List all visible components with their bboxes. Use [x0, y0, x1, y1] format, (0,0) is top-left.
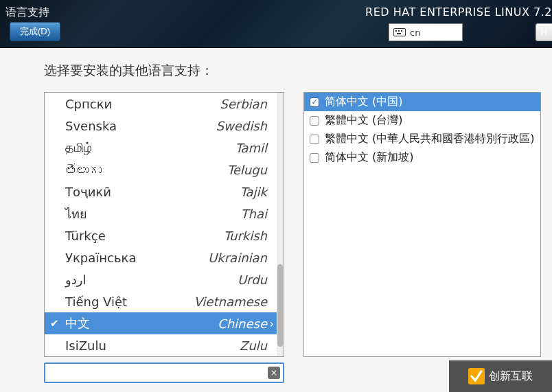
keyboard-indicator[interactable]: cn — [389, 23, 463, 41]
language-english-label: Tamil — [235, 141, 267, 155]
locale-checkbox[interactable] — [310, 135, 319, 144]
language-native-label: Tiếng Việt — [65, 295, 194, 309]
language-row[interactable]: తెలుగుTelugu — [45, 159, 277, 181]
language-english-label: Turkish — [224, 229, 267, 243]
language-row[interactable]: IsiZuluZulu — [45, 334, 277, 356]
language-row[interactable]: தமிழ்Tamil — [45, 137, 277, 159]
language-native-label: IsiZulu — [65, 338, 240, 353]
check-icon: ✔ — [50, 317, 59, 330]
language-native-label: 中文 — [65, 315, 218, 332]
language-english-label: Vietnamese — [194, 295, 267, 309]
language-row[interactable]: Tiếng ViệtVietnamese — [45, 290, 277, 312]
language-english-label: Telugu — [227, 163, 267, 177]
help-button[interactable]: H — [536, 23, 552, 41]
watermark-logo-icon — [468, 368, 485, 384]
watermark: 创新互联 — [449, 360, 552, 392]
language-english-label: Thai — [241, 207, 267, 221]
language-scrollbar[interactable] — [277, 93, 284, 356]
language-native-label: தமிழ் — [65, 140, 235, 155]
language-row[interactable]: ТоҷикӣTajik — [45, 181, 277, 203]
locale-label: 简体中文 (新加坡) — [325, 150, 414, 165]
page-title: 语言支持 — [5, 5, 49, 20]
scrollbar-thumb[interactable] — [277, 264, 283, 347]
language-native-label: ไทย — [65, 204, 241, 224]
language-english-label: Tajik — [240, 185, 267, 199]
language-search-input[interactable] — [44, 362, 284, 383]
locale-checkbox[interactable] — [310, 153, 319, 163]
language-native-label: తెలుగు — [65, 163, 227, 177]
locale-row[interactable]: 简体中文 (中国) — [304, 93, 540, 111]
language-native-label: اردو — [65, 273, 238, 287]
language-english-label: Ukrainian — [208, 251, 267, 265]
prompt-text: 选择要安装的其他语言支持： — [44, 62, 552, 80]
locale-label: 繁體中文 (中華人民共和國香港特別行政區) — [325, 132, 535, 146]
language-english-label: Urdu — [238, 273, 267, 287]
locale-row[interactable]: 繁體中文 (中華人民共和國香港特別行政區) — [304, 130, 540, 148]
language-native-label: Українська — [65, 251, 208, 265]
locale-label: 繁體中文 (台灣) — [325, 113, 403, 128]
locale-row[interactable]: 简体中文 (新加坡) — [304, 148, 540, 167]
language-row[interactable]: ไทยThai — [45, 203, 277, 224]
locale-list[interactable]: 简体中文 (中国)繁體中文 (台灣)繁體中文 (中華人民共和國香港特別行政區)简… — [303, 92, 541, 357]
locale-row[interactable]: 繁體中文 (台灣) — [304, 111, 540, 130]
locale-checkbox[interactable] — [310, 116, 319, 126]
language-native-label: Тоҷикӣ — [65, 185, 240, 199]
language-native-label: Türkçe — [65, 229, 224, 243]
content-area: 选择要安装的其他语言支持： СрпскиSerbianSvenskaSwedis… — [0, 48, 552, 383]
watermark-text: 创新互联 — [489, 369, 533, 384]
language-row[interactable]: TürkçeTurkish — [45, 224, 277, 246]
language-native-label: Svenska — [65, 119, 216, 133]
language-row[interactable]: SvenskaSwedish — [45, 115, 277, 137]
locale-label: 简体中文 (中国) — [325, 95, 403, 109]
language-english-label: Serbian — [220, 97, 267, 111]
chevron-right-icon: › — [270, 317, 274, 330]
language-list[interactable]: СрпскиSerbianSvenskaSwedishதமிழ்Tamilతెల… — [44, 92, 284, 357]
language-row[interactable]: اردوUrdu — [45, 268, 277, 290]
language-english-label: Chinese — [218, 316, 267, 331]
product-name: RED HAT ENTERPRISE LINUX 7.2 — [365, 5, 552, 19]
language-row[interactable]: ✔中文Chinese› — [45, 312, 277, 334]
keyboard-icon — [393, 28, 406, 36]
top-bar: 语言支持 完成(D) RED HAT ENTERPRISE LINUX 7.2 … — [0, 0, 552, 48]
language-native-label: Српски — [65, 97, 220, 111]
done-button[interactable]: 完成(D) — [10, 22, 60, 41]
keyboard-layout-label: cn — [410, 27, 420, 38]
language-row[interactable]: УкраїнськаUkrainian — [45, 246, 277, 268]
language-english-label: Swedish — [216, 119, 267, 133]
language-english-label: Zulu — [240, 338, 267, 353]
clear-search-icon[interactable] — [268, 367, 280, 379]
language-row[interactable]: СрпскиSerbian — [45, 93, 277, 115]
locale-checkbox[interactable] — [310, 97, 319, 107]
